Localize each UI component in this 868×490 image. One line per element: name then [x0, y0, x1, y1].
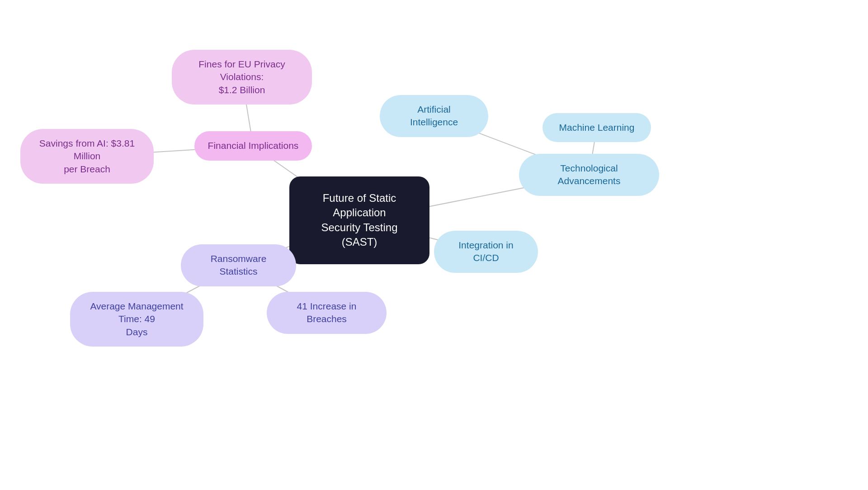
- technological-advancements-label: Technological Advancements: [532, 162, 646, 188]
- financial-implications-label: Financial Implications: [208, 139, 299, 152]
- avg-management-time-label: Average Management Time: 49 Days: [83, 300, 191, 338]
- increase-breaches-node[interactable]: 41 Increase in Breaches: [267, 292, 387, 334]
- artificial-intelligence-node[interactable]: Artificial Intelligence: [380, 95, 488, 137]
- artificial-intelligence-label: Artificial Intelligence: [392, 103, 476, 129]
- technological-advancements-node[interactable]: Technological Advancements: [519, 154, 659, 196]
- increase-breaches-label: 41 Increase in Breaches: [279, 300, 374, 326]
- savings-ai-node[interactable]: Savings from AI: $3.81 Million per Breac…: [20, 129, 154, 184]
- integration-cicd-label: Integration in CI/CD: [447, 239, 525, 265]
- center-label: Future of Static Application Security Te…: [306, 191, 413, 250]
- financial-implications-node[interactable]: Financial Implications: [194, 131, 312, 161]
- fines-eu-label: Fines for EU Privacy Violations: $1.2 Bi…: [184, 58, 299, 96]
- ransomware-statistics-label: Ransomware Statistics: [193, 252, 283, 278]
- integration-cicd-node[interactable]: Integration in CI/CD: [434, 231, 538, 273]
- center-node[interactable]: Future of Static Application Security Te…: [289, 176, 429, 264]
- machine-learning-node[interactable]: Machine Learning: [542, 113, 651, 142]
- fines-eu-node[interactable]: Fines for EU Privacy Violations: $1.2 Bi…: [172, 50, 312, 105]
- savings-ai-label: Savings from AI: $3.81 Million per Breac…: [33, 137, 141, 176]
- machine-learning-label: Machine Learning: [559, 121, 635, 134]
- avg-management-time-node[interactable]: Average Management Time: 49 Days: [70, 292, 203, 347]
- ransomware-statistics-node[interactable]: Ransomware Statistics: [181, 244, 296, 286]
